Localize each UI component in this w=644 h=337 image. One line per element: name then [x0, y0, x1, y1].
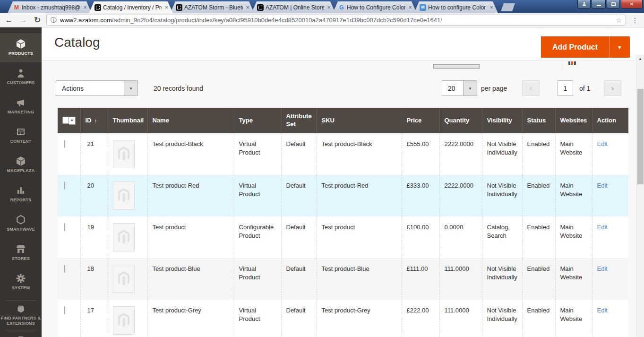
- tab-close-icon[interactable]: ×: [82, 4, 88, 11]
- sidebar-item-stores[interactable]: STORES: [0, 238, 42, 268]
- scroll-up-icon[interactable]: ▲: [636, 55, 644, 62]
- add-product-dropdown-icon[interactable]: ▼: [609, 36, 630, 58]
- column-header-quantity[interactable]: Quantity: [439, 108, 482, 133]
- back-icon[interactable]: ←: [4, 16, 14, 25]
- cell-id: 19: [80, 216, 108, 258]
- select-all-dropdown-icon[interactable]: ▾: [69, 117, 75, 125]
- page-scrollbar[interactable]: ▲ ▼: [636, 55, 644, 337]
- sidebar-item-system[interactable]: SYSTEM: [0, 268, 42, 297]
- column-header-attribute-set[interactable]: Attribute Set: [281, 108, 317, 133]
- add-product-label[interactable]: Add Product: [541, 36, 609, 58]
- cell-sku: Test product-Grey: [317, 300, 402, 337]
- product-thumbnail-placeholder: [113, 181, 135, 210]
- cell-name: Test product: [147, 216, 234, 258]
- tab-close-icon[interactable]: ×: [407, 4, 413, 11]
- previous-page-button[interactable]: ‹: [522, 80, 540, 96]
- tab-close-icon[interactable]: ×: [489, 4, 494, 11]
- select-all-checkbox[interactable]: [62, 117, 69, 124]
- cell-type: Virtual Product: [234, 133, 281, 175]
- next-page-button[interactable]: ›: [604, 80, 621, 96]
- cell-price: £100.00: [402, 216, 439, 258]
- tab-close-icon[interactable]: ×: [245, 4, 250, 11]
- tab-magento-docs[interactable]: M How to configure Color S ×: [414, 1, 498, 13]
- sidebar-item-customers[interactable]: CUSTOMERS: [0, 62, 42, 92]
- per-page-dropdown[interactable]: 20 ▾: [442, 80, 477, 96]
- row-checkbox[interactable]: [64, 265, 65, 273]
- per-page-label: per page: [481, 85, 507, 92]
- cell-visibility: Not Visible Individually: [482, 258, 522, 300]
- system-gear-icon: [16, 273, 26, 284]
- edit-link[interactable]: Edit: [597, 224, 608, 231]
- reload-icon[interactable]: ↻: [32, 15, 43, 25]
- cell-websites: Main Website: [555, 133, 592, 175]
- edit-link[interactable]: Edit: [597, 182, 608, 189]
- cell-type: Virtual Product: [234, 300, 281, 337]
- column-header-status[interactable]: Status: [522, 108, 555, 133]
- column-header-name[interactable]: Name: [147, 108, 234, 133]
- sidebar-item-reports[interactable]: REPORTS: [0, 180, 42, 209]
- tab-label: How to Configure Color: [347, 4, 405, 11]
- column-header-action[interactable]: Action: [592, 108, 628, 133]
- cell-thumbnail: [108, 175, 147, 216]
- minimize-button[interactable]: [592, 0, 606, 9]
- address-bar[interactable]: ⓘ www2.azatom.com/admin_9n2fo4/catalog/p…: [46, 15, 626, 26]
- column-header-thumbnail[interactable]: Thumbnail: [108, 108, 147, 133]
- add-product-button[interactable]: Add Product ▼: [541, 36, 630, 58]
- page-number-input[interactable]: [558, 80, 573, 96]
- magento-logo-icon: [117, 146, 130, 162]
- cell-action: Edit: [592, 175, 628, 216]
- sidebar-item-smartwave[interactable]: SMARTWAVE: [0, 209, 42, 238]
- row-checkbox[interactable]: [64, 181, 65, 190]
- row-checkbox[interactable]: [64, 140, 65, 148]
- sidebar-item-find-partners[interactable]: FIND PARTNERS & EXTENSIONS: [0, 304, 42, 327]
- tab-azatom-storm[interactable]: AZATOM Storm - Blueto ×: [170, 1, 254, 13]
- cell-type: Virtual Product: [234, 175, 281, 216]
- column-header-sku[interactable]: SKU: [317, 108, 402, 133]
- tab-catalog-inventory[interactable]: Catalog / Inventory / Pro ×: [89, 1, 173, 13]
- sidebar-item-label: REPORTS: [10, 198, 32, 203]
- column-header-visibility[interactable]: Visibility: [482, 108, 522, 133]
- actions-dropdown[interactable]: Actions ▾: [56, 80, 138, 96]
- sidebar-item-products[interactable]: PRODUCTS: [0, 33, 42, 62]
- edit-link[interactable]: Edit: [597, 307, 608, 314]
- column-header-websites[interactable]: Websites: [555, 108, 592, 133]
- row-checkbox[interactable]: [64, 223, 65, 231]
- select-all-header: ▾: [58, 108, 80, 133]
- forward-icon[interactable]: →: [18, 16, 28, 25]
- sidebar-item-marketing[interactable]: MARKETING: [0, 92, 42, 121]
- partial-toolbar-divider: [563, 63, 563, 70]
- sidebar-item-label: SYSTEM: [12, 285, 30, 291]
- admin-sidebar: PRODUCTS CUSTOMERS MARKETING CONTENT MAG…: [0, 27, 42, 337]
- sidebar-item-label: CUSTOMERS: [7, 80, 34, 86]
- page-title: Catalog: [54, 35, 100, 50]
- sidebar-item-mageplaza[interactable]: MAGEPLAZA: [0, 150, 42, 180]
- browser-menu-icon[interactable]: ⋮: [630, 17, 640, 24]
- row-checkbox[interactable]: [64, 306, 65, 314]
- tab-azatom-store[interactable]: AZATOM | Online Store ×: [251, 1, 335, 13]
- sidebar-item-content[interactable]: CONTENT: [0, 121, 42, 150]
- maximize-button[interactable]: [607, 0, 620, 9]
- partial-columns-icon[interactable]: [568, 61, 576, 65]
- tab-close-icon[interactable]: ×: [163, 4, 169, 11]
- sort-ascending-icon: ↑: [94, 118, 97, 123]
- partial-filters-button[interactable]: [433, 64, 480, 69]
- page-info-icon[interactable]: ⓘ: [51, 16, 57, 25]
- edit-link[interactable]: Edit: [597, 265, 608, 272]
- tab-close-icon[interactable]: ×: [326, 4, 332, 11]
- column-header-id[interactable]: ID↑: [80, 108, 108, 133]
- bookmark-star-icon[interactable]: ☆: [616, 17, 622, 24]
- scrollbar-thumb[interactable]: [637, 89, 644, 184]
- marketing-megaphone-icon: [16, 97, 26, 108]
- sidebar-partial-item[interactable]: [0, 335, 42, 337]
- browser-tab-bar: M Inbox - zmushtaq998@g × Catalog / Inve…: [0, 0, 644, 13]
- edit-link[interactable]: Edit: [597, 140, 608, 147]
- gmail-icon: M: [13, 4, 20, 11]
- profile-button[interactable]: [577, 0, 591, 9]
- close-button[interactable]: ✕: [621, 0, 643, 9]
- tab-gmail-inbox[interactable]: M Inbox - zmushtaq998@g ×: [8, 1, 92, 13]
- column-header-price[interactable]: Price: [402, 108, 439, 133]
- new-tab-button[interactable]: [501, 3, 515, 11]
- cell-visibility: Catalog, Search: [482, 216, 522, 258]
- tab-google-search[interactable]: G How to Configure Color ×: [333, 1, 417, 13]
- column-header-type[interactable]: Type: [234, 108, 281, 133]
